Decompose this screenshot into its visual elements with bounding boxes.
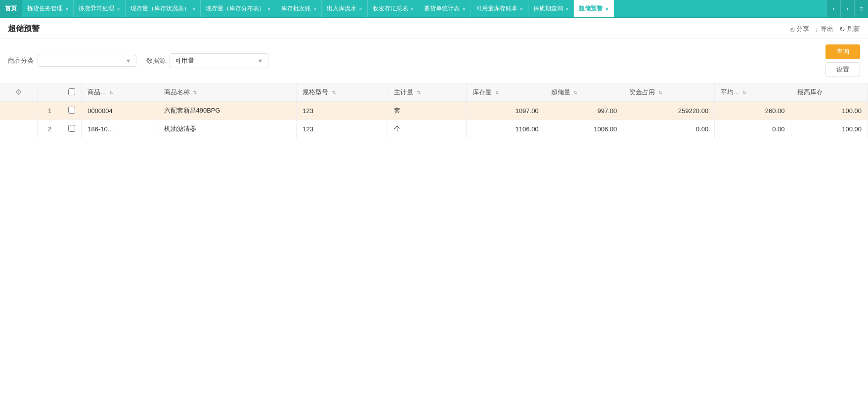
table-header-row: ⚙ 商品... ⇅ 商品名称 ⇅ 规格型号 ⇅ [0,83,868,102]
row-unit-0: 套 [388,102,467,120]
capital-column-header[interactable]: 资金占用 ⇅ [623,83,715,102]
avg-column-header[interactable]: 平均... ⇅ [715,83,791,102]
checkbox-column-header [62,83,82,102]
row-unit-1: 个 [388,120,467,138]
share-icon: ⎋ [790,25,794,33]
row-overstock-qty-1: 1006.00 [545,120,623,138]
nav-tab-task-mgmt[interactable]: 拣货任务管理 × [22,0,74,18]
overstock-qty-column-header[interactable]: 超储量 ⇅ [545,83,623,102]
avg-sort-icon: ⇅ [742,90,746,95]
spec-header-label: 规格型号 [303,88,328,96]
nav-tab-collect-send[interactable]: 收发存汇总表 × [368,0,419,18]
nav-tab-inventory-dist[interactable]: 现存量（库存分布表） × [201,0,276,18]
nav-tab-batch-account-label: 库存批次账 [281,4,311,13]
nav-arrow-menu[interactable]: ≡ [854,0,868,18]
product-code-column-header[interactable]: 商品... ⇅ [82,83,158,102]
nav-arrow-left[interactable]: ‹ [826,0,840,18]
unit-column-header[interactable]: 主计量 ⇅ [388,83,467,102]
nav-tab-quality-period-label: 保质期查询 [533,4,563,13]
row-capital-0: 259220.00 [623,102,715,120]
row-avg-0: 260.00 [715,102,791,120]
top-nav: 首页 拣货任务管理 × 拣货异常处理 × 现存量（库存状况表） × 现存量（库存… [0,0,868,18]
nav-tab-task-mgmt-label: 拣货任务管理 [27,4,63,13]
capital-header-label: 资金占用 [629,88,655,96]
datasource-label: 数据源 [146,56,166,65]
category-filter-item: 商品分类 ▼ [8,55,136,67]
nav-tab-quality-period[interactable]: 保质期查询 × [528,0,574,18]
nav-arrow-right[interactable]: › [840,0,854,18]
nav-tab-collect-send-close[interactable]: × [411,6,414,12]
table-container: ⚙ 商品... ⇅ 商品名称 ⇅ 规格型号 ⇅ [0,83,868,138]
category-select[interactable]: ▼ [38,55,136,67]
nav-tab-batch-account-close[interactable]: × [313,6,316,12]
settings-button[interactable]: 设置 [825,62,860,77]
nav-tab-inventory-status[interactable]: 现存量（库存状况表） × [126,0,201,18]
nav-tab-abnormal-label: 拣货异常处理 [79,4,114,13]
nav-tab-inout-flow[interactable]: 出入库流水 × [322,0,367,18]
export-button[interactable]: ↓ 导出 [815,25,833,34]
spec-column-header[interactable]: 规格型号 ⇅ [297,83,388,102]
nav-tab-inventory-dist-close[interactable]: × [267,6,270,12]
avg-header-label: 平均... [721,88,739,96]
select-all-checkbox[interactable] [68,88,75,95]
refresh-button[interactable]: ↻ 刷新 [839,25,860,34]
row-checkbox-0[interactable] [62,102,82,120]
stock-qty-header-label: 库存量 [473,88,492,96]
product-code-header-label: 商品... [87,88,106,96]
settings-column-header[interactable]: ⚙ [0,83,38,102]
nav-tab-available-account[interactable]: 可用量库存账本 × [471,0,528,18]
row-checkbox-input-1[interactable] [68,125,75,132]
nav-tab-abnormal-close[interactable]: × [117,6,120,12]
row-checkbox-1[interactable] [62,120,82,138]
page-header: 超储预警 ⎋ 分享 ↓ 导出 ↻ 刷新 [0,18,868,39]
nav-tab-inout-flow-close[interactable]: × [359,6,362,12]
nav-tab-overstock-warning[interactable]: 超储预警 × [574,0,613,18]
nav-tab-available-account-label: 可用量库存账本 [476,4,518,13]
unit-header-label: 主计量 [394,88,413,96]
row-seq-0: 1 [38,102,62,120]
nav-tab-inventory-status-close[interactable]: × [192,6,195,12]
share-button[interactable]: ⎋ 分享 [790,25,809,34]
nav-tab-abnormal[interactable]: 拣货异常处理 × [74,0,125,18]
query-button[interactable]: 查询 [825,44,860,59]
nav-tab-order-stats-close[interactable]: × [462,6,465,12]
table-row: 1 0000004 六配套新昌490BPG 123 套 1097.00 997.… [0,102,868,120]
product-name-column-header[interactable]: 商品名称 ⇅ [158,83,297,102]
nav-tab-home[interactable]: 首页 [0,0,22,18]
nav-tab-order-stats[interactable]: 要货单统计表 × [419,0,471,18]
nav-tab-available-account-close[interactable]: × [520,6,523,12]
page-content: 超储预警 ⎋ 分享 ↓ 导出 ↻ 刷新 商品分类 ▼ 数据源 [0,18,868,395]
row-overstock-qty-0: 997.00 [545,102,623,120]
export-label: 导出 [821,25,833,34]
header-actions: ⎋ 分享 ↓ 导出 ↻ 刷新 [790,25,860,34]
table-header: ⚙ 商品... ⇅ 商品名称 ⇅ 规格型号 ⇅ [0,83,868,102]
capital-sort-icon: ⇅ [658,90,662,95]
spec-sort-icon: ⇅ [332,90,336,95]
row-product-code-0: 0000004 [82,102,158,120]
nav-tab-overstock-warning-close[interactable]: × [605,6,608,12]
row-spec-0: 123 [297,102,388,120]
datasource-filter-item: 数据源 可用量 ▼ [146,53,268,68]
nav-tab-inventory-status-label: 现存量（库存状况表） [130,4,190,13]
max-stock-header-label: 最高库存 [797,88,823,96]
nav-tab-task-mgmt-close[interactable]: × [65,6,68,12]
nav-tab-overstock-warning-label: 超储预警 [579,4,603,13]
row-checkbox-input-0[interactable] [68,107,75,114]
refresh-label: 刷新 [847,25,860,34]
product-code-sort-icon: ⇅ [109,90,113,95]
product-name-header-label: 商品名称 [164,88,190,96]
nav-tab-batch-account[interactable]: 库存批次账 × [276,0,322,18]
row-settings-1 [0,120,38,138]
stock-qty-column-header[interactable]: 库存量 ⇅ [466,83,545,102]
seq-column-header [38,83,62,102]
nav-tab-home-label: 首页 [5,4,17,13]
nav-tab-quality-period-close[interactable]: × [565,6,568,12]
datasource-select[interactable]: 可用量 ▼ [170,53,268,68]
datasource-chevron-down-icon: ▼ [258,58,263,64]
share-label: 分享 [796,25,809,34]
filter-row: 商品分类 ▼ 数据源 可用量 ▼ 查询 设置 [0,39,868,83]
max-stock-column-header[interactable]: 最高库存 [791,83,868,102]
unit-sort-icon: ⇅ [417,90,421,95]
category-label: 商品分类 [8,56,34,65]
row-product-code-1: 186-10... [82,120,158,138]
